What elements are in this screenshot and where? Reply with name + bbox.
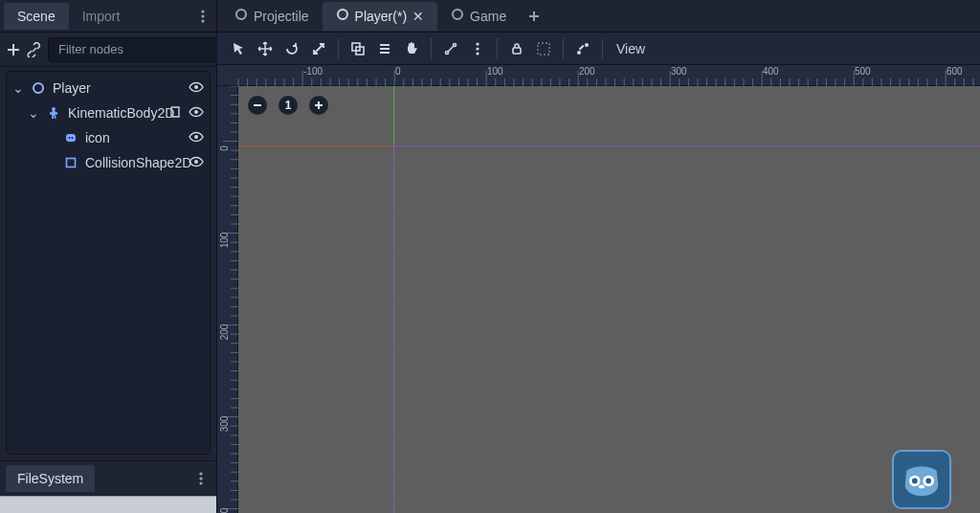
scene-toolbar bbox=[0, 33, 216, 67]
scene-file-tabs: Projectile Player(*) ✕ Game bbox=[217, 0, 980, 33]
svg-rect-9 bbox=[56, 112, 57, 115]
svg-point-4 bbox=[33, 83, 43, 93]
group-icon[interactable] bbox=[530, 35, 557, 62]
svg-text:100: 100 bbox=[219, 232, 230, 248]
left-panel-tabs: Scene Import bbox=[0, 0, 216, 33]
list-tool-icon[interactable] bbox=[371, 35, 398, 62]
svg-rect-36 bbox=[579, 44, 585, 50]
svg-rect-189 bbox=[919, 485, 924, 489]
ruler-left: 0100200300400 bbox=[217, 86, 238, 513]
svg-text:0: 0 bbox=[219, 145, 230, 151]
svg-point-5 bbox=[194, 85, 198, 89]
node-label: Player bbox=[53, 80, 206, 96]
svg-point-21 bbox=[199, 481, 202, 484]
svg-rect-10 bbox=[52, 116, 54, 119]
lock-icon[interactable] bbox=[503, 35, 530, 62]
svg-point-22 bbox=[236, 10, 246, 19]
tree-node-collisionshape2d[interactable]: CollisionShape2D bbox=[11, 150, 206, 175]
node2d-icon bbox=[30, 79, 47, 97]
svg-text:200: 200 bbox=[219, 323, 230, 340]
svg-point-34 bbox=[577, 51, 581, 55]
zoom-in-icon[interactable] bbox=[309, 96, 328, 115]
zoom-out-icon[interactable] bbox=[248, 96, 267, 115]
scene-tab-player[interactable]: Player(*) ✕ bbox=[323, 2, 437, 31]
close-icon[interactable]: ✕ bbox=[412, 9, 424, 24]
zoom-controls: 1 bbox=[248, 96, 328, 115]
select-tool-icon[interactable] bbox=[225, 35, 252, 62]
filter-nodes-input[interactable] bbox=[48, 37, 239, 62]
svg-rect-17 bbox=[67, 159, 76, 167]
pan-tool-icon[interactable] bbox=[398, 35, 425, 62]
tree-node-kinematicbody2d[interactable]: ⌄ KinematicBody2D bbox=[11, 100, 206, 125]
svg-point-187 bbox=[912, 479, 918, 484]
tab-scene[interactable]: Scene bbox=[4, 3, 69, 30]
tab-filesystem[interactable]: FileSystem bbox=[6, 465, 95, 492]
filesystem-path-bar[interactable] bbox=[0, 496, 216, 513]
svg-point-35 bbox=[585, 43, 589, 47]
canvas-area[interactable] bbox=[238, 86, 980, 513]
visibility-icon[interactable] bbox=[189, 79, 204, 98]
panel-menu-icon[interactable] bbox=[191, 469, 211, 488]
svg-text:500: 500 bbox=[855, 66, 871, 77]
svg-text:300: 300 bbox=[671, 66, 687, 77]
scene-tab-projectile[interactable]: Projectile bbox=[221, 2, 323, 31]
add-scene-tab-icon[interactable] bbox=[520, 10, 548, 23]
tree-node-player[interactable]: ⌄ Player bbox=[11, 76, 206, 100]
svg-rect-8 bbox=[50, 112, 52, 115]
link-scene-icon[interactable] bbox=[27, 38, 42, 61]
tree-node-icon-sprite[interactable]: icon bbox=[11, 125, 206, 150]
filesystem-panel: FileSystem bbox=[0, 460, 216, 513]
canvas-toolbar: View bbox=[217, 33, 980, 65]
godot-logo-icon bbox=[892, 450, 951, 509]
ruler-top: -1000100200300400500600 bbox=[217, 65, 980, 86]
scene-tab-label: Game bbox=[470, 9, 506, 24]
svg-rect-7 bbox=[52, 111, 56, 116]
svg-point-1 bbox=[201, 14, 204, 17]
add-node-icon[interactable] bbox=[6, 38, 21, 61]
scene-tree: ⌄ Player ⌄ KinematicBody2D bbox=[6, 71, 211, 455]
visibility-icon[interactable] bbox=[189, 104, 204, 123]
svg-text:600: 600 bbox=[947, 66, 963, 77]
svg-point-0 bbox=[201, 10, 204, 12]
svg-point-2 bbox=[201, 19, 204, 22]
svg-text:400: 400 bbox=[763, 66, 779, 77]
filter-nodes-field[interactable] bbox=[58, 42, 219, 56]
scene-tab-label: Player(*) bbox=[355, 9, 407, 24]
kebab-toolbar-icon[interactable] bbox=[464, 35, 491, 62]
tab-import[interactable]: Import bbox=[69, 3, 134, 30]
script-icon[interactable] bbox=[169, 105, 183, 122]
svg-text:100: 100 bbox=[487, 66, 503, 77]
collapse-icon[interactable]: ⌄ bbox=[28, 105, 39, 121]
svg-point-14 bbox=[69, 137, 71, 139]
sprite-icon bbox=[62, 129, 79, 146]
zoom-reset[interactable]: 1 bbox=[278, 96, 298, 115]
panel-menu-icon[interactable] bbox=[193, 7, 212, 26]
bone-tool-icon[interactable] bbox=[569, 35, 596, 62]
viewport[interactable]: -1000100200300400500600 0100200300400 1 bbox=[217, 65, 980, 513]
selectable-toggle-icon[interactable] bbox=[345, 35, 371, 62]
svg-text:400: 400 bbox=[219, 507, 230, 513]
visibility-icon[interactable] bbox=[189, 154, 204, 172]
rotate-tool-icon[interactable] bbox=[278, 35, 305, 62]
svg-text:300: 300 bbox=[219, 415, 230, 432]
svg-point-12 bbox=[194, 110, 198, 114]
kinematicbody2d-icon bbox=[45, 104, 62, 122]
svg-point-18 bbox=[194, 160, 198, 164]
svg-point-20 bbox=[199, 477, 202, 480]
scale-tool-icon[interactable] bbox=[305, 35, 332, 62]
visibility-icon[interactable] bbox=[189, 129, 204, 147]
collapse-icon[interactable]: ⌄ bbox=[12, 80, 24, 96]
move-tool-icon[interactable] bbox=[252, 35, 278, 62]
svg-point-23 bbox=[338, 10, 347, 19]
svg-point-188 bbox=[925, 479, 931, 484]
scene-tab-game[interactable]: Game bbox=[437, 2, 520, 31]
view-menu[interactable]: View bbox=[616, 41, 645, 56]
svg-point-6 bbox=[52, 107, 56, 111]
ruler-tool-icon[interactable] bbox=[437, 35, 464, 62]
svg-rect-32 bbox=[513, 48, 521, 54]
svg-point-24 bbox=[453, 10, 462, 19]
svg-point-16 bbox=[194, 135, 198, 139]
scene-tab-label: Projectile bbox=[254, 9, 309, 24]
scene-ring-icon bbox=[336, 8, 349, 24]
scene-ring-icon bbox=[451, 8, 464, 24]
